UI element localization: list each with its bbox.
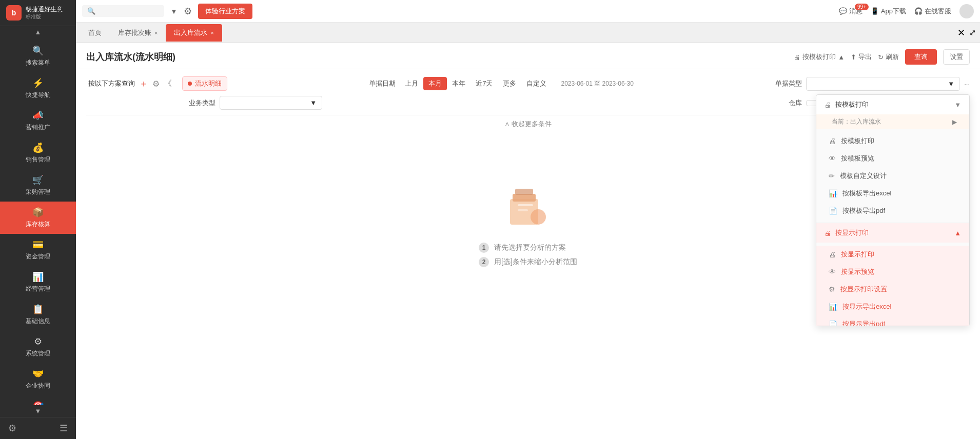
sidebar-item-shortcut[interactable]: ⚡ 快捷导航 <box>0 72 76 105</box>
menu-collapse-icon[interactable]: ☰ <box>60 423 68 434</box>
dropdown-panel: 🖨 按模板打印 ▼ 当前：出入库流水 ▶ <box>816 94 970 326</box>
tab-label: 出入库流水 <box>174 28 207 37</box>
display-settings-icon: ⚙ <box>829 285 835 293</box>
date-btn-custom[interactable]: 自定义 <box>521 77 552 90</box>
date-options-group: 上月 本月 本年 近7天 更多 自定义 <box>400 77 552 90</box>
preview-item-icon: 👁 <box>829 154 836 163</box>
svg-rect-2 <box>515 189 533 195</box>
filter-config-icon[interactable]: ⚙ <box>152 79 160 89</box>
display-printer-icon: 🖨 <box>825 229 831 237</box>
settings-button[interactable]: 设置 <box>943 49 970 65</box>
header-search-box[interactable]: 🔍 <box>82 5 164 17</box>
date-range-text: 2023-06-01 至 2023-06-30 <box>561 79 633 88</box>
sidebar-item-finance[interactable]: 💳 资金管理 <box>0 234 76 266</box>
template-export-excel-item[interactable]: 📊 按模板导出excel <box>816 185 969 202</box>
filter-tag-flow[interactable]: 流水明细 <box>182 76 227 91</box>
type-select[interactable]: ▼ <box>806 77 960 91</box>
display-print-header[interactable]: 🖨 按显示打印 ▲ <box>816 223 969 243</box>
cta-button[interactable]: 体验行业方案 <box>198 4 252 19</box>
app-name: 畅捷通好生意 <box>26 6 63 14</box>
date-btn-more[interactable]: 更多 <box>498 77 521 90</box>
sidebar-item-search[interactable]: 🔍 搜索菜单 <box>0 40 76 72</box>
page-content: 出入库流水(流水明细) 🖨 按模板打印 ▲ ⬆ 导出 ↻ 刷新 查询 <box>76 43 980 439</box>
template-print-item-1[interactable]: 🖨 按模板打印 <box>816 132 969 150</box>
sidebar-item-system[interactable]: ⚙ 系统管理 <box>0 331 76 363</box>
display-excel-icon: 📊 <box>829 303 837 311</box>
template-print-label: 按模板打印 <box>835 100 869 109</box>
display-pdf-item[interactable]: 📄 按显示导出pdf <box>816 315 969 326</box>
date-btn-last-month[interactable]: 上月 <box>400 77 423 90</box>
header-settings-icon[interactable]: ⚙ <box>184 6 192 17</box>
print-icon: 🖨 <box>794 53 800 61</box>
panel-scroll[interactable]: 🖨 按模板打印 ▼ 当前：出入库流水 ▶ <box>816 95 969 326</box>
export-button[interactable]: ⬆ 导出 <box>851 52 872 62</box>
search-input[interactable] <box>99 8 159 15</box>
sidebar-item-label: 营销推广 <box>26 123 50 132</box>
query-label: 查询 <box>914 52 928 62</box>
date-btn-this-year[interactable]: 本年 <box>447 77 471 90</box>
type-filter-area: 单据类型 ▼ ··· <box>775 77 970 91</box>
display-preview-item[interactable]: 👁 按显示预览 <box>816 263 969 281</box>
online-service-item[interactable]: 🎧 在线客服 <box>914 7 951 16</box>
display-print-item-1[interactable]: 🖨 按显示打印 <box>816 246 969 263</box>
display-settings-item[interactable]: ⚙ 按显示打印设置 <box>816 281 969 298</box>
sales-icon: 💰 <box>32 142 44 153</box>
sidebar-item-inventory[interactable]: 📦 库存核算 <box>0 202 76 234</box>
tab-stock-flow[interactable]: 出入库流水 × <box>166 24 222 42</box>
close-icon[interactable]: × <box>210 30 213 36</box>
sidebar-item-basic[interactable]: 📋 基础信息 <box>0 298 76 331</box>
template-print-header[interactable]: 🖨 按模板打印 ▼ <box>816 95 969 114</box>
avatar[interactable] <box>959 4 974 18</box>
app-sub: 标准版 <box>26 13 63 20</box>
item-label: 按显示导出excel <box>842 302 891 311</box>
sidebar-item-coop[interactable]: 🤝 企业协同 <box>0 363 76 395</box>
headset-icon: 🎧 <box>914 7 923 15</box>
date-btn-this-month[interactable]: 本月 <box>423 77 447 90</box>
printer-icon: 🖨 <box>825 101 831 109</box>
tab-batch-account[interactable]: 库存批次账 × <box>110 24 166 42</box>
sidebar-scroll-up[interactable]: ▲ <box>0 26 76 38</box>
sidebar-item-marketing[interactable]: 📣 营销推广 <box>0 105 76 137</box>
current-value: 当前：出入库流水 <box>832 117 881 126</box>
sidebar-item-guide[interactable]: 🎯 新手引导 <box>0 395 76 405</box>
app-download-item[interactable]: 📱 App下载 <box>871 7 906 16</box>
display-excel-item[interactable]: 📊 按显示导出excel <box>816 298 969 315</box>
sidebar-item-operation[interactable]: 📊 经营管理 <box>0 266 76 298</box>
step-2-text: 用[选]条件来缩小分析范围 <box>494 257 577 267</box>
sidebar-menu: 🔍 搜索菜单 ⚡ 快捷导航 📣 营销推广 💰 销售管理 🛒 采购管理 📦 库存核… <box>0 38 76 405</box>
close-tab-panel-button[interactable]: ✕ <box>957 27 965 38</box>
expand-tab-button[interactable]: ⤢ <box>969 28 976 37</box>
type-more-icon[interactable]: ··· <box>964 80 970 88</box>
date-btn-7days[interactable]: 近7天 <box>471 77 498 90</box>
biz-select[interactable]: ▼ <box>220 96 322 110</box>
print-template-button[interactable]: 🖨 按模板打印 ▲ <box>794 52 845 62</box>
template-export-pdf-item[interactable]: 📄 按模板导出pdf <box>816 202 969 220</box>
date-label: 单据日期 <box>369 79 396 88</box>
sidebar-scroll-down[interactable]: ▼ <box>0 405 76 417</box>
excel-item-icon: 📊 <box>829 189 837 197</box>
page-actions: 🖨 按模板打印 ▲ ⬆ 导出 ↻ 刷新 查询 设置 <box>794 49 970 65</box>
sidebar-item-purchase[interactable]: 🛒 采购管理 <box>0 169 76 202</box>
close-icon[interactable]: × <box>154 30 158 36</box>
export-label: 导出 <box>858 52 872 62</box>
settings-bottom-icon[interactable]: ⚙ <box>8 423 16 434</box>
refresh-button[interactable]: ↻ 刷新 <box>878 52 899 62</box>
filter-collapse-icon[interactable]: 《 <box>164 78 172 89</box>
header-dropdown-icon[interactable]: ▼ <box>170 7 178 15</box>
biz-label: 业务类型 <box>189 98 215 108</box>
template-print-item-2[interactable]: 👁 按模板预览 <box>816 150 969 167</box>
filter-row-1: 按以下方案查询 ＋ ⚙ 《 流水明细 单据日期 上月 本月 本年 <box>86 76 970 91</box>
message-item[interactable]: 💬 消息 99+ <box>839 7 863 16</box>
empty-step-2: 2 用[选]条件来缩小分析范围 <box>479 257 577 267</box>
sidebar-item-label: 销售管理 <box>26 155 50 164</box>
chevron-right-icon: ▶ <box>952 118 957 126</box>
tab-home[interactable]: 首页 <box>80 24 110 42</box>
filter-add-icon[interactable]: ＋ <box>139 77 148 90</box>
inventory-icon: 📦 <box>32 207 44 218</box>
sidebar-item-sales[interactable]: 💰 销售管理 <box>0 137 76 169</box>
empty-step-1: 1 请先选择要分析的方案 <box>479 243 577 253</box>
sidebar: b 畅捷通好生意 标准版 ▲ 🔍 搜索菜单 ⚡ 快捷导航 📣 营销推广 💰 销售… <box>0 0 76 439</box>
shortcut-icon: ⚡ <box>32 77 44 89</box>
template-custom-item[interactable]: ✏ 模板自定义设计 <box>816 167 969 185</box>
query-button[interactable]: 查询 <box>905 49 937 65</box>
